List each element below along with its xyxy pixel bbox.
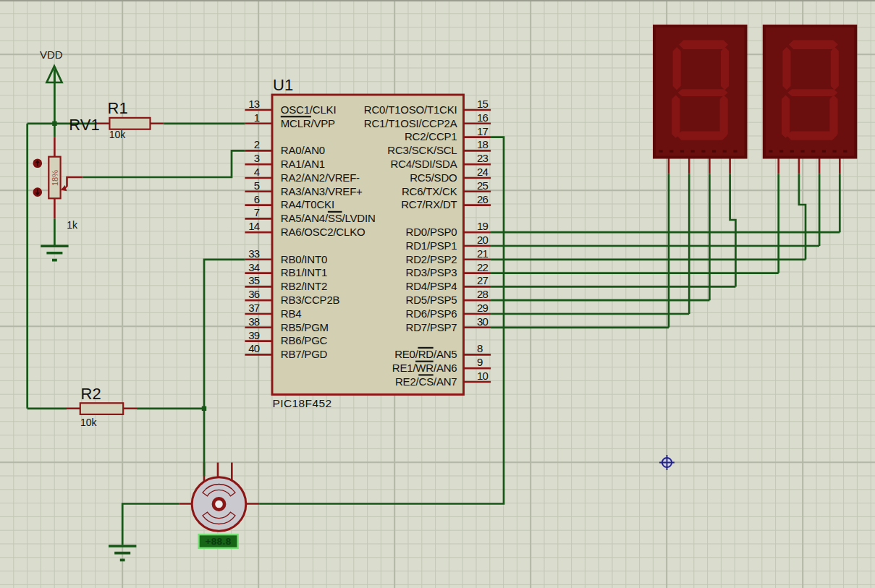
svg-text:RB2/INT2: RB2/INT2: [281, 280, 327, 292]
svg-text:RC6/TX/CK: RC6/TX/CK: [402, 185, 457, 197]
svg-text:4: 4: [254, 166, 260, 178]
svg-text:U1: U1: [273, 76, 293, 94]
svg-text:RC1/T1OSI/CCP2A: RC1/T1OSI/CCP2A: [364, 117, 457, 129]
svg-text:RD2/PSP2: RD2/PSP2: [406, 253, 457, 265]
svg-text:20: 20: [477, 234, 489, 246]
svg-text:9: 9: [477, 356, 483, 368]
svg-text:39: 39: [248, 329, 260, 341]
svg-text:RD3/PSP3: RD3/PSP3: [406, 266, 457, 278]
svg-text:22: 22: [477, 261, 489, 273]
svg-text:RE1/WR/AN6: RE1/WR/AN6: [392, 362, 457, 374]
svg-text:28: 28: [477, 288, 489, 300]
svg-text:RD4/PSP4: RD4/PSP4: [406, 280, 457, 292]
svg-text:RA0/AN0: RA0/AN0: [281, 144, 325, 156]
svg-text:15: 15: [477, 98, 489, 110]
svg-text:34: 34: [248, 261, 260, 273]
svg-text:8: 8: [477, 342, 483, 354]
svg-text:RA3/AN3/VREF+: RA3/AN3/VREF+: [281, 185, 363, 197]
svg-text:RC2/CCP1: RC2/CCP1: [405, 130, 457, 142]
svg-text:36: 36: [248, 288, 260, 300]
svg-text:RA6/OSC2/CLKO: RA6/OSC2/CLKO: [281, 226, 365, 238]
svg-text:RD5/PSP5: RD5/PSP5: [406, 294, 457, 306]
svg-text:6: 6: [254, 193, 260, 205]
svg-text:1k: 1k: [67, 219, 78, 231]
svg-text:19: 19: [477, 220, 489, 232]
svg-text:VDD: VDD: [40, 48, 63, 61]
svg-text:3: 3: [254, 152, 260, 164]
svg-text:+88.8: +88.8: [205, 536, 231, 547]
svg-text:RB4: RB4: [281, 307, 302, 320]
svg-text:38: 38: [248, 315, 260, 328]
svg-text:40: 40: [248, 342, 260, 354]
svg-text:RB3/CCP2B: RB3/CCP2B: [281, 294, 340, 306]
svg-text:27: 27: [477, 274, 489, 286]
svg-text:10: 10: [477, 370, 489, 382]
svg-text:7: 7: [254, 206, 260, 218]
svg-text:26: 26: [477, 193, 489, 205]
svg-text:RB6/PGC: RB6/PGC: [281, 334, 328, 346]
svg-text:RD1/PSP1: RD1/PSP1: [406, 239, 457, 252]
svg-text:OSC1/CLKI: OSC1/CLKI: [281, 103, 337, 116]
svg-text:RA4/T0CKI: RA4/T0CKI: [281, 198, 334, 210]
svg-text:RB7/PGD: RB7/PGD: [281, 348, 328, 360]
svg-text:RV1: RV1: [69, 116, 99, 134]
svg-text:RA1/AN1: RA1/AN1: [281, 158, 325, 170]
svg-text:RB0/INT0: RB0/INT0: [281, 253, 327, 265]
svg-text:13: 13: [248, 98, 260, 110]
svg-text:RC4/SDI/SDA: RC4/SDI/SDA: [391, 158, 457, 170]
svg-text:RB1/INT1: RB1/INT1: [281, 266, 327, 278]
svg-text:35: 35: [248, 274, 260, 286]
svg-text:RA2/AN2/VREF-: RA2/AN2/VREF-: [281, 171, 360, 184]
svg-text:25: 25: [477, 179, 489, 192]
svg-text:10k: 10k: [109, 129, 127, 140]
svg-text:30: 30: [477, 315, 489, 328]
svg-text:PIC18F452: PIC18F452: [273, 397, 332, 409]
svg-text:RD0/PSP0: RD0/PSP0: [406, 226, 457, 238]
svg-text:10k: 10k: [80, 417, 98, 428]
svg-text:17: 17: [477, 125, 489, 137]
svg-text:MCLR/VPP: MCLR/VPP: [281, 117, 335, 129]
svg-text:2: 2: [254, 138, 260, 150]
svg-text:RD7/PSP7: RD7/PSP7: [406, 321, 457, 333]
svg-text:23: 23: [477, 152, 489, 164]
svg-text:37: 37: [248, 302, 260, 314]
svg-text:14: 14: [248, 220, 260, 232]
svg-text:RB5/PGM: RB5/PGM: [281, 321, 329, 333]
svg-text:16: 16: [477, 111, 489, 124]
svg-text:RC0/T1OSO/T1CKI: RC0/T1OSO/T1CKI: [364, 103, 457, 116]
svg-text:RC7/RX/DT: RC7/RX/DT: [401, 198, 457, 210]
svg-text:18%: 18%: [51, 170, 59, 186]
svg-text:18: 18: [477, 138, 489, 150]
svg-text:24: 24: [477, 166, 489, 178]
svg-text:33: 33: [248, 247, 260, 260]
svg-text:R2: R2: [81, 385, 101, 403]
svg-text:5: 5: [254, 179, 260, 192]
svg-text:RD6/PSP6: RD6/PSP6: [406, 307, 457, 320]
svg-text:R1: R1: [108, 99, 128, 117]
svg-text:RE2/CS/AN7: RE2/CS/AN7: [395, 375, 457, 388]
svg-text:RC5/SDO: RC5/SDO: [410, 171, 457, 184]
svg-text:21: 21: [477, 247, 489, 260]
svg-text:RC3/SCK/SCL: RC3/SCK/SCL: [387, 144, 457, 156]
svg-text:RE0/RD/AN5: RE0/RD/AN5: [394, 348, 457, 360]
svg-text:1: 1: [254, 111, 260, 124]
svg-text:RA5/AN4/SS/LVDIN: RA5/AN4/SS/LVDIN: [281, 212, 376, 224]
svg-text:29: 29: [477, 302, 489, 314]
